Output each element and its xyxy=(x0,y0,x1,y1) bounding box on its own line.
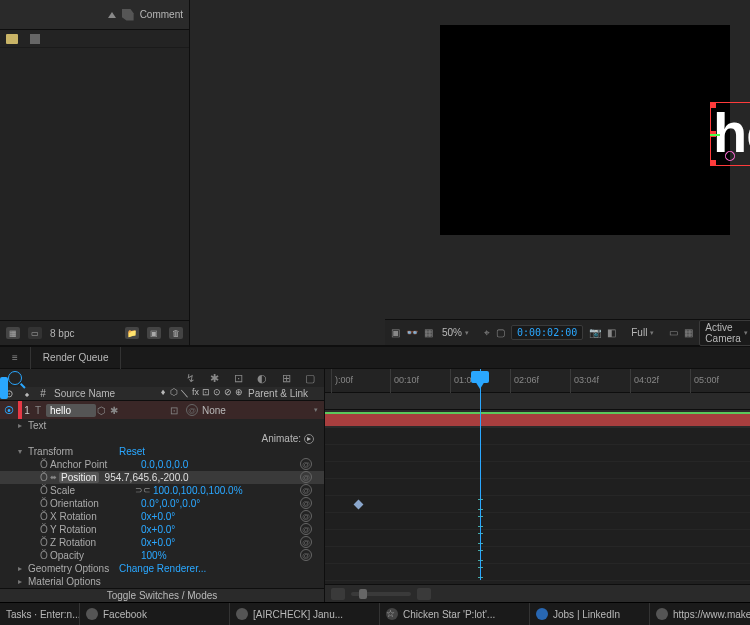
star-icon: ☆ xyxy=(386,608,398,620)
link-pickwhip-icon[interactable]: @ xyxy=(300,549,312,561)
goggles-icon[interactable]: 👓 xyxy=(406,326,418,340)
roi-icon[interactable]: ▭ xyxy=(669,326,678,340)
project-panel: Comment ▦ ▭ 8 bpc 📁 ▣ 🗑 xyxy=(0,0,190,345)
link-pickwhip-icon[interactable]: @ xyxy=(300,484,312,496)
current-time[interactable]: 0:00:02:00 xyxy=(511,325,583,340)
sort-arrow-icon[interactable] xyxy=(108,12,116,18)
prop-position[interactable]: Ŏ⬌Position954.7,645.6,-200.0@ xyxy=(0,471,324,484)
resolution-dropdown[interactable]: Full▾ xyxy=(628,327,657,338)
snapshot-icon[interactable]: 📷 xyxy=(589,326,601,340)
draft3d-icon[interactable]: ▢ xyxy=(302,371,318,385)
timeline-column-header[interactable]: ⊙ ⬥ # Source Name ♦⬡＼fx⊡⊙⊘⊕ Parent & Lin… xyxy=(0,387,324,401)
project-item-row[interactable] xyxy=(0,30,189,48)
prop-scale[interactable]: ŎScale⊃⊂100.0,100.0,100.0%@ xyxy=(0,484,324,497)
text-layer-selected[interactable]: hello xyxy=(713,105,750,163)
composition-viewer: hello ▣ 👓 ▦ 50%▾ ⌖ ▢ 0:00:02:00 📷 ◧ Full… xyxy=(190,0,750,345)
prop-anchor-point[interactable]: ŎAnchor Point0.0,0.0,0.0@ xyxy=(0,458,324,471)
target-icon[interactable]: ⌖ xyxy=(484,326,490,340)
search-indicator[interactable] xyxy=(0,377,8,399)
new-comp-icon[interactable]: ▣ xyxy=(147,327,161,339)
shy-icon[interactable]: ↯ xyxy=(182,371,198,385)
folder-icon xyxy=(6,34,18,44)
frame-blend-icon[interactable]: ⊡ xyxy=(230,371,246,385)
alpha-icon[interactable]: ▦ xyxy=(424,326,433,340)
taskbar-item[interactable]: Facebook xyxy=(80,603,230,626)
thumbnail-icon[interactable]: ▭ xyxy=(28,327,42,339)
doc-icon xyxy=(236,608,248,620)
toggle-switches-modes[interactable]: Toggle Switches / Modes xyxy=(0,588,324,602)
trash-icon[interactable]: 🗑 xyxy=(169,327,183,339)
layer-row-1[interactable]: ⦿ 1 T hello ⬡✱⊡ @None▾ xyxy=(0,401,324,419)
label-swatch[interactable] xyxy=(30,34,40,44)
facebook-icon xyxy=(86,608,98,620)
timeline-tracks[interactable]: ):00f 00:10f 01:08f 02:06f 03:04f 04:02f… xyxy=(325,369,750,602)
visibility-toggle[interactable]: ⦿ xyxy=(0,405,18,416)
new-folder-icon[interactable]: 📁 xyxy=(125,327,139,339)
interpret-icon[interactable]: ▦ xyxy=(6,327,20,339)
tab-render-queue[interactable]: Render Queue xyxy=(30,347,122,369)
prop-z-rotation[interactable]: ŎZ Rotation0x+0.0°@ xyxy=(0,536,324,549)
position-keyframe-track xyxy=(325,496,750,513)
linkedin-icon xyxy=(536,608,548,620)
camera-dropdown[interactable]: Active Camera▾ xyxy=(699,320,750,346)
parent-pickwhip[interactable]: @None▾ xyxy=(182,404,324,416)
tag-icon[interactable] xyxy=(122,9,134,21)
layer-name-field[interactable]: hello xyxy=(46,404,96,417)
link-pickwhip-icon[interactable]: @ xyxy=(300,497,312,509)
timeline-tabs: ≡ Render Queue xyxy=(0,347,750,369)
bpc-indicator[interactable]: 8 bpc xyxy=(50,328,74,339)
zoom-in-icon[interactable] xyxy=(417,588,431,600)
taskbar-item[interactable]: [AIRCHECK] Janu... xyxy=(230,603,380,626)
col-lock-icon: ⬥ xyxy=(18,388,36,399)
zoom-dropdown[interactable]: 50%▾ xyxy=(439,327,472,338)
text-layer-icon: T xyxy=(32,405,44,416)
link-pickwhip-icon[interactable]: @ xyxy=(300,471,312,483)
playhead[interactable] xyxy=(480,369,481,580)
prop-group-transform[interactable]: ▾TransformReset xyxy=(0,445,324,458)
animate-menu[interactable]: Animate:▸ xyxy=(0,432,324,444)
taskbar-item[interactable]: Tasks · Enter:n... xyxy=(0,603,80,626)
search-icon[interactable] xyxy=(8,371,22,385)
prop-orientation[interactable]: ŎOrientation0.0°,0.0°,0.0°@ xyxy=(0,497,324,510)
render-quality-icon[interactable]: ▣ xyxy=(391,326,400,340)
panel-menu-icon[interactable]: ≡ xyxy=(0,347,30,369)
taskbar-item[interactable]: ☆Chicken Star 'P:lot'... xyxy=(380,603,530,626)
resize-handle[interactable] xyxy=(710,160,716,166)
os-taskbar: Tasks · Enter:n... Facebook [AIRCHECK] J… xyxy=(0,602,750,625)
viewer-toolbar: ▣ 👓 ▦ 50%▾ ⌖ ▢ 0:00:02:00 📷 ◧ Full▾ ▭ ▦ … xyxy=(385,319,750,345)
link-pickwhip-icon[interactable]: @ xyxy=(300,523,312,535)
column-comment[interactable]: Comment xyxy=(140,9,183,20)
taskbar-item[interactable]: Jobs | LinkedIn xyxy=(530,603,650,626)
show-snapshot-icon[interactable]: ◧ xyxy=(607,326,616,340)
zoom-slider[interactable] xyxy=(351,592,411,596)
resize-handle[interactable] xyxy=(710,102,716,108)
link-pickwhip-icon[interactable]: @ xyxy=(300,536,312,548)
prop-group-geometry[interactable]: ▸Geometry OptionsChange Renderer... xyxy=(0,562,324,575)
zoom-out-icon[interactable] xyxy=(331,588,345,600)
taskbar-item[interactable]: https://www.make... xyxy=(650,603,750,626)
prop-y-rotation[interactable]: ŎY Rotation0x+0.0°@ xyxy=(0,523,324,536)
link-pickwhip-icon[interactable]: @ xyxy=(300,458,312,470)
graph-editor-icon[interactable]: ⊞ xyxy=(278,371,294,385)
safe-zones-icon[interactable]: ▢ xyxy=(496,326,505,340)
timeline-layer-outline: ↯ ✱ ⊡ ◐ ⊞ ▢ ⊙ ⬥ # Source Name ♦⬡＼fx⊡⊙⊘⊕ … xyxy=(0,369,325,602)
axis-indicator xyxy=(710,134,720,136)
layer-duration-bar[interactable] xyxy=(325,410,750,428)
project-panel-footer: ▦ ▭ 8 bpc 📁 ▣ 🗑 xyxy=(0,320,189,345)
prop-opacity[interactable]: ŎOpacity100%@ xyxy=(0,549,324,562)
col-switches: ♦⬡＼fx⊡⊙⊘⊕ xyxy=(158,387,244,400)
composition-canvas[interactable] xyxy=(440,25,730,235)
prop-group-material[interactable]: ▸Material Options xyxy=(0,575,324,588)
timeline-panel: ≡ Render Queue ↯ ✱ ⊡ ◐ ⊞ ▢ ⊙ ⬥ # Source … xyxy=(0,345,750,602)
motion-blur-icon[interactable]: ◐ xyxy=(254,371,270,385)
comp-shy-icon[interactable]: ✱ xyxy=(206,371,222,385)
browser-icon xyxy=(656,608,668,620)
prop-x-rotation[interactable]: ŎX Rotation0x+0.0°@ xyxy=(0,510,324,523)
keyframe-icon[interactable] xyxy=(354,500,364,510)
link-pickwhip-icon[interactable]: @ xyxy=(300,510,312,522)
project-columns-header[interactable]: Comment xyxy=(0,0,189,30)
transparency-grid-icon[interactable]: ▦ xyxy=(684,326,693,340)
timeline-left-toolbar: ↯ ✱ ⊡ ◐ ⊞ ▢ xyxy=(0,369,324,387)
time-ruler[interactable]: ):00f 00:10f 01:08f 02:06f 03:04f 04:02f… xyxy=(325,369,750,393)
prop-group-text[interactable]: ▸Text xyxy=(0,419,324,432)
